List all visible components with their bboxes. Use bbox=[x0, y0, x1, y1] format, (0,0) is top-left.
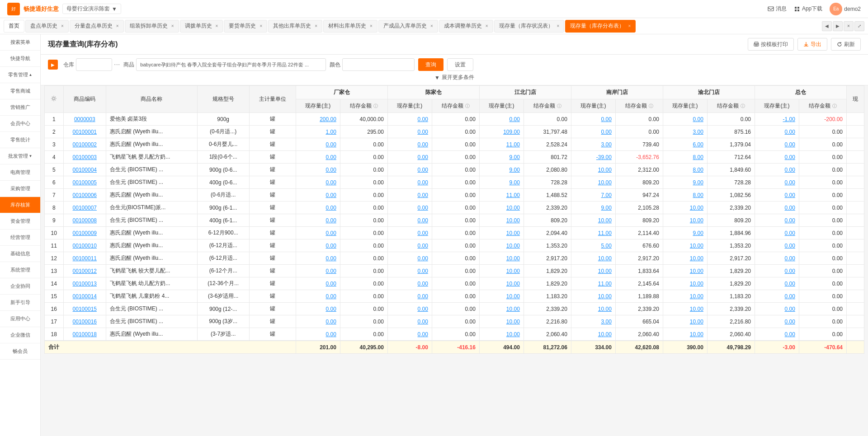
row-tot-qty[interactable]: 0.00 bbox=[755, 164, 799, 176]
tab-split-history[interactable]: 分量盘点单历史 × bbox=[70, 20, 124, 33]
row-tot-qty[interactable]: 0.00 bbox=[755, 277, 799, 290]
app-download-btn[interactable]: App下载 bbox=[794, 5, 822, 13]
row-na-qty[interactable]: 7.00 bbox=[571, 189, 615, 202]
row-yb-qty[interactable]: 10.00 bbox=[663, 315, 707, 328]
row-yb-qty[interactable]: 10.00 bbox=[663, 303, 707, 315]
row-jb-qty[interactable]: 10.00 bbox=[479, 252, 524, 265]
row-yb-qty[interactable]: 9.00 bbox=[663, 176, 707, 189]
row-tot-qty[interactable]: 0.00 bbox=[755, 265, 799, 277]
row-code[interactable]: 00100006 bbox=[63, 189, 106, 202]
tab-cost-adjust[interactable]: 成本调整单历史 × bbox=[439, 20, 493, 33]
row-code[interactable]: 00100001 bbox=[63, 126, 106, 138]
row-tot-qty[interactable]: 0.00 bbox=[755, 303, 799, 315]
row-chj-qty[interactable]: 0.00 bbox=[387, 176, 432, 189]
row-fac-qty[interactable]: 0.00 bbox=[296, 328, 340, 341]
row-chj-qty[interactable]: 0.00 bbox=[387, 239, 432, 252]
row-yb-qty[interactable]: 8.00 bbox=[663, 189, 707, 202]
row-na-qty[interactable]: 10.00 bbox=[571, 252, 615, 265]
row-na-qty[interactable]: 0.00 bbox=[571, 113, 615, 126]
tab-material-outbound[interactable]: 材料出库单历史 × bbox=[323, 20, 377, 33]
info-icon[interactable]: ⓘ bbox=[649, 103, 653, 108]
row-jb-qty[interactable]: 9.00 bbox=[479, 164, 524, 176]
row-fac-qty[interactable]: 0.00 bbox=[296, 227, 340, 239]
row-tot-qty[interactable]: 0.00 bbox=[755, 176, 799, 189]
row-fac-qty[interactable]: 0.00 bbox=[296, 164, 340, 176]
row-fac-qty[interactable]: 0.00 bbox=[296, 176, 340, 189]
row-jb-qty[interactable]: 10.00 bbox=[479, 277, 524, 290]
sidebar-item-search[interactable]: 搜索英单 bbox=[0, 34, 40, 51]
row-chj-qty[interactable]: 0.00 bbox=[387, 113, 432, 126]
row-na-qty[interactable]: 10.00 bbox=[571, 176, 615, 189]
row-jb-qty[interactable]: 10.00 bbox=[479, 227, 524, 239]
row-chj-qty[interactable]: 0.00 bbox=[387, 265, 432, 277]
row-tot-qty[interactable]: 0.00 bbox=[755, 189, 799, 202]
row-jb-qty[interactable]: 10.00 bbox=[479, 290, 524, 303]
row-code[interactable]: 00100009 bbox=[63, 227, 106, 239]
expand-conditions[interactable]: ▼ 展开更多条件 bbox=[48, 74, 861, 81]
row-chj-qty[interactable]: 0.00 bbox=[387, 151, 432, 164]
row-chj-qty[interactable]: 0.00 bbox=[387, 303, 432, 315]
row-tot-qty[interactable]: 0.00 bbox=[755, 252, 799, 265]
col-settings[interactable] bbox=[45, 86, 64, 113]
sidebar-item-inventory[interactable]: 库存核算 bbox=[0, 197, 40, 213]
row-jb-qty[interactable]: 10.00 bbox=[479, 214, 524, 227]
close-icon[interactable]: × bbox=[315, 23, 317, 28]
nav-close-all[interactable]: × bbox=[844, 21, 854, 31]
close-icon[interactable]: × bbox=[216, 23, 218, 28]
row-fac-qty[interactable]: 0.00 bbox=[296, 265, 340, 277]
row-tot-qty[interactable]: 0.00 bbox=[755, 239, 799, 252]
row-tot-qty[interactable]: 0.00 bbox=[755, 126, 799, 138]
sidebar-item-wholesale[interactable]: 批发管理 ▼ bbox=[0, 148, 40, 164]
row-fac-qty[interactable]: 0.00 bbox=[296, 277, 340, 290]
sidebar-item-cooperation[interactable]: 企业协同 bbox=[0, 278, 40, 295]
row-yb-qty[interactable]: 6.00 bbox=[663, 138, 707, 151]
goods-input[interactable] bbox=[136, 58, 326, 71]
print-button[interactable]: 按模板打印 bbox=[748, 38, 794, 51]
tab-stock-status[interactable]: 现存量（库存状况表） × bbox=[494, 20, 565, 33]
row-na-qty[interactable]: 0.00 bbox=[571, 126, 615, 138]
row-code[interactable]: 00100018 bbox=[63, 328, 106, 341]
warehouse-dots[interactable]: ··· bbox=[114, 61, 120, 69]
row-chj-qty[interactable]: 0.00 bbox=[387, 164, 432, 176]
close-icon[interactable]: × bbox=[259, 23, 262, 28]
row-jb-qty[interactable]: 9.00 bbox=[479, 176, 524, 189]
row-fac-qty[interactable]: 0.00 bbox=[296, 151, 340, 164]
query-button[interactable]: 查询 bbox=[418, 58, 443, 71]
close-icon[interactable]: × bbox=[61, 23, 64, 28]
refresh-button[interactable]: 刷新 bbox=[831, 38, 861, 51]
tab-assembly-history[interactable]: 组装拆卸单历史 × bbox=[125, 20, 179, 33]
row-yb-qty[interactable]: 10.00 bbox=[663, 239, 707, 252]
row-jb-qty[interactable]: 0.00 bbox=[479, 113, 524, 126]
tab-inventory-history[interactable]: 盘点单历史 × bbox=[25, 20, 69, 33]
setting-button[interactable]: 设置 bbox=[447, 58, 473, 71]
color-input[interactable] bbox=[342, 58, 415, 71]
row-code[interactable]: 00100010 bbox=[63, 239, 106, 252]
row-tot-qty[interactable]: 0.00 bbox=[755, 138, 799, 151]
sidebar-item-ecommerce[interactable]: 电商管理 bbox=[0, 164, 40, 181]
nav-next[interactable]: ▶ bbox=[833, 21, 843, 31]
row-jb-qty[interactable]: 109.00 bbox=[479, 126, 524, 138]
row-tot-qty[interactable]: 0.00 bbox=[755, 214, 799, 227]
tab-other-outbound[interactable]: 其他出库单历史 × bbox=[268, 20, 322, 33]
row-fac-qty[interactable]: 0.00 bbox=[296, 202, 340, 214]
row-fac-qty[interactable]: 1.00 bbox=[296, 126, 340, 138]
sidebar-item-operations[interactable]: 经营管理 bbox=[0, 230, 40, 246]
row-jb-qty[interactable]: 11.00 bbox=[479, 189, 524, 202]
row-code[interactable]: 00100015 bbox=[63, 303, 106, 315]
row-yb-qty[interactable]: 10.00 bbox=[663, 252, 707, 265]
info-icon[interactable]: ⓘ bbox=[465, 103, 470, 108]
row-tot-qty[interactable]: 0.00 bbox=[755, 202, 799, 214]
sidebar-item-purchase[interactable]: 采购管理 bbox=[0, 181, 40, 197]
close-icon[interactable]: × bbox=[370, 23, 373, 28]
row-jb-qty[interactable]: 10.00 bbox=[479, 239, 524, 252]
row-na-qty[interactable]: 11.00 bbox=[571, 277, 615, 290]
filter-toggle[interactable]: ▶ bbox=[48, 60, 58, 70]
sidebar-item-wechat[interactable]: 企业微信 bbox=[0, 327, 40, 343]
row-code[interactable]: 00100012 bbox=[63, 265, 106, 277]
close-icon[interactable]: × bbox=[171, 23, 174, 28]
row-tot-qty[interactable]: 0.00 bbox=[755, 290, 799, 303]
close-icon[interactable]: × bbox=[557, 23, 560, 28]
row-chj-qty[interactable]: 0.00 bbox=[387, 315, 432, 328]
row-fac-qty[interactable]: 0.00 bbox=[296, 315, 340, 328]
info-icon[interactable]: ⓘ bbox=[373, 103, 378, 108]
